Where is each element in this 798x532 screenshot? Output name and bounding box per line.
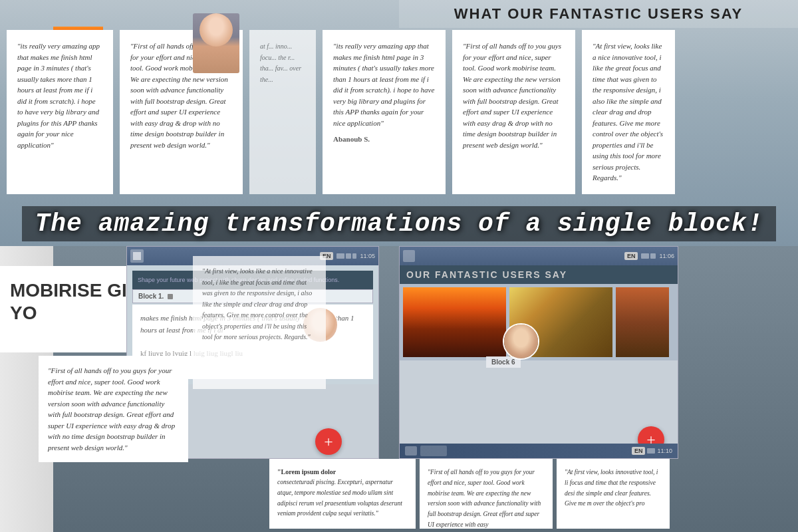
testimonial-card-5: "At first view, looks like a nice innova…: [582, 30, 675, 194]
block-6-label: Block 6: [491, 358, 515, 366]
bottom-card-lorem: "Lorem ipsum dolor consecteturadi piscin…: [269, 459, 416, 529]
bottom-right: EN 11:06 OUR FANTASTIC USERS SAY: [266, 246, 798, 532]
net-icon: [647, 448, 655, 454]
testimonials-top: "its really very amazing app that makes …: [0, 23, 798, 201]
bottom-cards-row: "Lorem ipsum dolor consecteturadi piscin…: [266, 456, 798, 532]
testimonial-mid-text: at f... inno... focu... the r... tha... …: [260, 43, 301, 83]
bottom-card-3-text: "At first view, looks innovative tool, i…: [565, 469, 658, 507]
status-icons-2: [641, 253, 656, 259]
screen2-header: OUR FANTASTIC USERS SAY: [400, 265, 678, 284]
testimonial-1-text: "its really very amazing app that makes …: [17, 42, 100, 149]
testimonial-card-4: "First of all hands off to you guys for …: [452, 30, 575, 194]
main-title-section: The amazing transformations of a single …: [0, 206, 798, 241]
main-title: The amazing transformations of a single …: [22, 206, 777, 241]
block-icon: [168, 294, 173, 299]
users-say-heading: WHAT OUR FANTASTIC USERS SAY: [399, 5, 798, 23]
testimonial-3-reviewer: Abanoub S.: [333, 134, 435, 145]
mid-overlap-card: "At first view, looks like a nice innova…: [193, 256, 326, 389]
edit-avatar-2: [503, 323, 539, 360]
testimonial-card-3: "its really very amazing app that makes …: [323, 30, 446, 194]
testimonial-card-1: "its really very amazing app that makes …: [7, 30, 113, 194]
block-1-label: Block 1.: [138, 293, 164, 300]
taskbar-2: EN 11:06: [400, 247, 678, 265]
lorem-label: "Lorem ipsum dolor: [277, 467, 408, 477]
bottom-card-2-text: "First of all hands off to you guys for …: [428, 469, 541, 528]
photo-3: [616, 287, 669, 357]
mid-card-text: "At first view, looks like a nice innova…: [202, 267, 313, 340]
edit-screen-2: EN 11:06 OUR FANTASTIC USERS SAY: [399, 246, 678, 459]
photos-row: [400, 284, 678, 360]
taskbar-icon: [420, 446, 447, 456]
lorem-text: consecteturadi piscing. Excepturi, asper…: [277, 479, 402, 517]
testimonial-4-text: "First of all hands off to you guys for …: [463, 42, 561, 149]
photo-1: [403, 287, 506, 357]
person-avatar: [193, 7, 239, 66]
status-en-2: EN: [632, 447, 646, 455]
start-btn-2[interactable]: [403, 250, 415, 262]
bottom-card-2: "First of all hands off to you guys for …: [420, 459, 553, 529]
bottom-section: MOBIRISE GIVES YO "First of all hands of…: [0, 246, 798, 532]
bottom-left-card: "First of all hands off to you guys for …: [39, 356, 188, 462]
start-button[interactable]: [130, 249, 144, 263]
screen2-heading: OUR FANTASTIC USERS SAY: [406, 269, 567, 280]
testimonial-3-text: "its really very amazing app that makes …: [333, 42, 434, 127]
time-2: 11:06: [659, 253, 674, 259]
language-badge-2: EN: [624, 252, 638, 260]
start-icon-2: [405, 446, 417, 456]
testimonial-5-text: "At first view, looks like a nice innova…: [593, 42, 663, 182]
status-items-2: [417, 446, 632, 456]
bottom-left-card-text: "First of all hands off to you guys for …: [48, 366, 175, 452]
time-status-2: 11:10: [657, 448, 672, 454]
status-right-2: EN 11:10: [632, 447, 672, 455]
testimonial-card-mid: at f... inno... focu... the r... tha... …: [249, 30, 316, 194]
status-left-2: [405, 446, 417, 456]
bottom-card-3: "At first view, looks innovative tool, i…: [557, 459, 670, 529]
